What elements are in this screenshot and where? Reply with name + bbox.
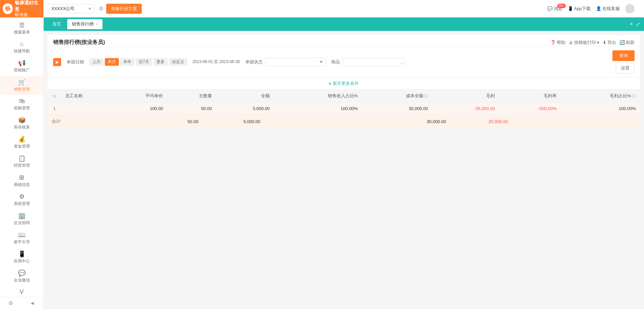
- message-btn[interactable]: 💬 消息 99+: [547, 6, 562, 12]
- date-btn-lastmonth[interactable]: 上月: [89, 58, 103, 66]
- filter-bar: ▶ 单据日期 上月 本月 本年 近7天 更多 自定义 2023-06-01 至 …: [48, 46, 640, 78]
- search-menu-icon: ☰: [19, 21, 25, 29]
- footer-avg-price: [79, 119, 140, 124]
- tab-close-icon[interactable]: ×: [96, 22, 98, 26]
- filter-action-area: 查询 设置: [612, 50, 635, 73]
- tab-home[interactable]: 首页: [48, 18, 66, 30]
- support-icon: 👤: [596, 6, 601, 11]
- cost-info-icon[interactable]: ⓘ: [424, 94, 428, 98]
- sidebar-nav: ☰ 搜索菜单 ⌂ 快捷导航 📢 营销推广 🛒 销售管理 🛍 采购管理 📦 库存核…: [0, 17, 43, 297]
- page-title: 销售排行榜(按业务员): [53, 39, 105, 46]
- sidebar-item-shortcut[interactable]: ⌂ 快捷导航: [0, 38, 43, 57]
- sidebar-item-purchase[interactable]: 🛍 采购管理: [0, 95, 43, 114]
- message-badge: 99+: [557, 4, 566, 8]
- sidebar-label-basics: 基础信息: [14, 182, 30, 188]
- company-name: XXXXX公司: [51, 6, 75, 12]
- sidebar-item-inventory[interactable]: 📦 库存核算: [0, 114, 43, 133]
- member-icon: V: [19, 289, 24, 296]
- col-cost: 成本全额 ⓘ: [362, 90, 432, 103]
- sidebar-item-newbie[interactable]: 📖 新手引导: [0, 228, 43, 248]
- app-version: 标准版: [15, 12, 41, 18]
- export-btn[interactable]: ⬇ 导出: [603, 40, 616, 46]
- status-select[interactable]: [265, 58, 326, 66]
- sidebar-item-marketing[interactable]: 📢 营销推广: [0, 57, 43, 76]
- sidebar-label-shortcut: 快捷导航: [14, 48, 30, 54]
- newbie-icon: 📖: [18, 231, 26, 239]
- page-actions: ❓ 帮助 🖨 按模板打印 ▾ ⬇ 导出 🔄 刷新: [550, 40, 635, 46]
- sidebar-item-enterprise[interactable]: 🏢 企业协同: [0, 209, 43, 228]
- topbar: XXXXX公司 ▾ ⚙ 体验行业方案 💬 消息 99+ 📱 App下载 👤 在线…: [44, 0, 644, 17]
- support-label: 在线客服: [602, 6, 620, 12]
- filter-toggle-btn[interactable]: ▶: [53, 58, 61, 66]
- app-name: 畅康通好生意: [15, 0, 41, 12]
- query-btn[interactable]: 查询: [612, 50, 635, 61]
- sidebar-label-appstore: 应用中心: [14, 258, 30, 264]
- col-gross: 毛利: [432, 90, 499, 103]
- date-range-display: 2023-06-01 至 2023-06-30: [192, 59, 240, 65]
- date-filter-label: 单据日期: [67, 59, 84, 65]
- date-btn-thismonth[interactable]: 本月: [105, 58, 119, 66]
- col-name: 员工名称: [61, 90, 108, 103]
- app-download-btn[interactable]: 📱 App下载: [568, 6, 591, 12]
- date-btn-more[interactable]: 更多: [154, 58, 168, 66]
- col-sales-ratio: 销售收入占比%: [274, 90, 362, 103]
- footer-cost: [326, 119, 388, 124]
- sidebar-item-search[interactable]: ☰ 搜索菜单: [0, 19, 43, 38]
- sidebar-item-basics[interactable]: ⊞ 基础信息: [0, 171, 43, 190]
- sidebar-settings-btn[interactable]: ⚙: [8, 300, 13, 306]
- tabbar: 首页 销售排行榜 × × ⤢: [44, 17, 644, 31]
- sidebar-footer: ⚙ ◄: [0, 297, 43, 309]
- date-btn-7days[interactable]: 近7天: [136, 58, 152, 66]
- sidebar-item-member[interactable]: V 畅会员: [0, 286, 43, 297]
- settings-btn[interactable]: 设置: [616, 63, 635, 73]
- refresh-btn[interactable]: 🔄 刷新: [619, 40, 635, 46]
- status-filter-label: 单据状态: [245, 59, 263, 65]
- sidebar-collapse-btn[interactable]: ◄: [30, 300, 35, 306]
- date-btn-thisyear[interactable]: 本年: [120, 58, 134, 66]
- company-select[interactable]: XXXXX公司 ▾: [48, 4, 95, 13]
- sidebar-item-appstore[interactable]: 📱 应用中心: [0, 248, 43, 267]
- finance-icon: 💰: [18, 136, 26, 143]
- sidebar-label-newbie: 新手引导: [14, 239, 30, 245]
- gross-ratio-info-icon[interactable]: ⓘ: [632, 94, 636, 98]
- sales-ranking-table: ☆ 员工名称 平均单价 主数量 全额 销售收入占比% 成本全额 ⓘ 毛利 毛利率: [48, 90, 640, 115]
- sidebar: 畅 畅康通好生意 标准版 ☰ 搜索菜单 ⌂ 快捷导航 📢 营销推广 🛒 销售管理…: [0, 0, 44, 309]
- window-close-icon[interactable]: ×: [630, 21, 633, 28]
- export-icon: ⬇: [603, 40, 606, 45]
- enterprise-icon: 🏢: [18, 212, 26, 219]
- avatar[interactable]: [625, 4, 635, 13]
- goods-input[interactable]: [343, 58, 405, 66]
- chevron-down-icon: ▾: [329, 81, 331, 86]
- help-icon: ❓: [550, 40, 556, 45]
- sidebar-item-operations[interactable]: 📋 经营管理: [0, 152, 43, 171]
- print-btn[interactable]: 🖨 按模板打印 ▾: [569, 40, 599, 46]
- help-btn[interactable]: ❓ 帮助: [550, 40, 565, 46]
- sidebar-label-enterprise: 企业协同: [14, 220, 30, 226]
- sidebar-label-marketing: 营销推广: [14, 67, 30, 73]
- sidebar-item-finance[interactable]: 💰 资金管理: [0, 133, 43, 152]
- footer-values: 50.00 5,000.00 30,000.00 -25,000.00: [79, 119, 636, 124]
- online-support-btn[interactable]: 👤 在线客服: [596, 6, 620, 12]
- sidebar-label-finance: 资金管理: [14, 144, 30, 149]
- main-area: XXXXX公司 ▾ ⚙ 体验行业方案 💬 消息 99+ 📱 App下载 👤 在线…: [44, 0, 644, 309]
- sidebar-label-system: 系统管理: [14, 201, 30, 207]
- trial-btn[interactable]: 体验行业方案: [106, 4, 142, 14]
- status-filter-group: 单据状态: [245, 58, 326, 66]
- goods-more-icon[interactable]: ...: [400, 59, 403, 64]
- date-btn-custom[interactable]: 自定义: [169, 58, 187, 66]
- tab-label: 销售排行榜: [72, 21, 94, 27]
- appstore-icon: 📱: [18, 250, 26, 258]
- main-content-wrapper: 销售排行榜(按业务员) ❓ 帮助 🖨 按模板打印 ▾ ⬇ 导出: [48, 35, 640, 128]
- purchase-icon: 🛍: [19, 98, 25, 105]
- sidebar-item-wechat[interactable]: 💬 企业微信: [0, 267, 43, 286]
- footer-gross: -25,000.00: [450, 119, 512, 124]
- basics-icon: ⊞: [19, 174, 24, 181]
- tab-sales-ranking[interactable]: 销售排行榜 ×: [67, 19, 102, 29]
- goods-filter-group: 商品 ...: [331, 58, 403, 66]
- content-area: 销售排行榜(按业务员) ❓ 帮助 🖨 按模板打印 ▾ ⬇ 导出: [44, 31, 644, 309]
- settings-gear-icon[interactable]: ⚙: [99, 5, 103, 12]
- sidebar-item-sales[interactable]: 🛒 销售管理: [0, 76, 43, 95]
- expand-more-btn[interactable]: ▾ 展开更多条件: [329, 81, 359, 87]
- sidebar-item-system[interactable]: ⚙ 系统管理: [0, 190, 43, 209]
- window-expand-icon[interactable]: ⤢: [636, 21, 640, 28]
